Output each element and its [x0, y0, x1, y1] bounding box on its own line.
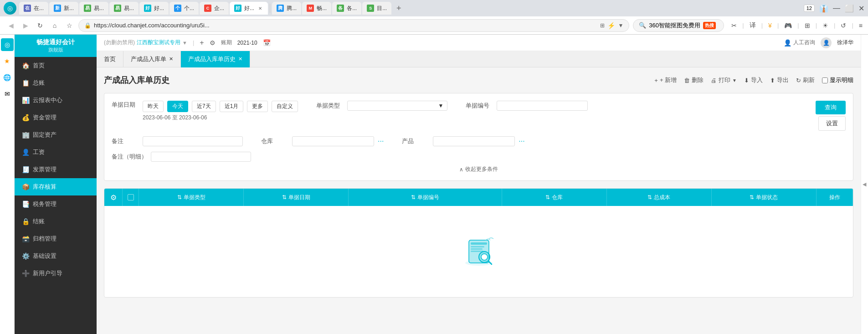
warehouse-dots[interactable]: ···: [378, 137, 384, 145]
remark-input[interactable]: [143, 136, 243, 146]
tab-8[interactable]: 好 好... ✕: [230, 2, 268, 15]
theme-icon[interactable]: ☀: [822, 22, 828, 29]
th-warehouse[interactable]: ⇅ 仓库: [502, 189, 607, 206]
export-button[interactable]: ⬆ 导出: [770, 76, 789, 84]
tab-9[interactable]: 腾 腾...: [272, 2, 301, 15]
url-text: https://cloud.chanjet.com/accounting/uru…: [94, 22, 597, 29]
setting-button[interactable]: 设置: [818, 116, 846, 131]
browser-logo: ◎: [4, 2, 16, 15]
product-dots[interactable]: ···: [519, 137, 524, 145]
refresh-button[interactable]: ↻ 刷新: [796, 76, 815, 84]
tab-11[interactable]: 各 各...: [332, 2, 361, 15]
date-btn-7days[interactable]: 近7天: [192, 101, 216, 112]
th-date[interactable]: ⇅ 单据日期: [244, 189, 349, 206]
scissors-icon[interactable]: ✂: [731, 22, 737, 29]
close-window-button[interactable]: ✕: [858, 4, 864, 13]
page-tab-list[interactable]: 产成品入库单 ✕: [123, 51, 181, 67]
sidebar-item-salary[interactable]: 👤 工资: [15, 144, 97, 161]
tab-12[interactable]: S 目...: [362, 2, 391, 15]
query-button[interactable]: 查询: [816, 101, 846, 114]
tab-5[interactable]: 好 好...: [139, 2, 169, 15]
app-icon-4[interactable]: ✉: [1, 87, 14, 100]
tab-8-close[interactable]: ✕: [257, 5, 263, 11]
app-icon-2[interactable]: ★: [1, 55, 14, 67]
th-checkbox[interactable]: [123, 189, 139, 206]
service-button[interactable]: 👤 人工咨询: [784, 39, 815, 46]
page-tab-history-close[interactable]: ✕: [238, 56, 242, 62]
warehouse-input[interactable]: [292, 136, 374, 146]
add-button[interactable]: + + 新增: [654, 76, 677, 84]
sidebar-item-inventory[interactable]: 📦 库存核算: [15, 178, 97, 195]
url-bar[interactable]: 🔒 https://cloud.chanjet.com/accounting/u…: [78, 19, 629, 32]
settings-gear-icon[interactable]: ⚙: [210, 39, 216, 46]
detail-remark-input[interactable]: [151, 152, 251, 162]
add-tab-button[interactable]: +: [392, 2, 405, 15]
page-tab-history[interactable]: 产成品入库单历史 ✕: [181, 51, 250, 67]
refresh-icon: ↻: [796, 77, 801, 84]
sidebar-item-close[interactable]: 🔒 结账: [15, 213, 97, 230]
date-btn-1month[interactable]: 近1月: [220, 101, 244, 112]
number-input[interactable]: [497, 101, 588, 111]
company-select[interactable]: (勿删勿禁用) 江西酿宝测试专用 ▼: [104, 39, 187, 46]
add-company-icon[interactable]: +: [200, 39, 204, 47]
sidebar-item-home[interactable]: 🏠 首页: [15, 57, 97, 74]
th-status[interactable]: ⇅ 单据状态: [712, 189, 817, 206]
game-icon[interactable]: 🎮: [784, 22, 792, 29]
sidebar-item-invoice[interactable]: 🧾 发票管理: [15, 161, 97, 178]
tab-2[interactable]: 新 新...: [49, 2, 78, 15]
tab-3[interactable]: 易 易...: [79, 2, 108, 15]
menu-icon[interactable]: ≡: [859, 22, 863, 29]
sidebar-item-settings[interactable]: ⚙️ 基础设置: [15, 247, 97, 265]
th-number[interactable]: ⇅ 单据编号: [349, 189, 502, 206]
sidebar-item-tax[interactable]: 📑 税务管理: [15, 195, 97, 213]
th-cost[interactable]: ⇅ 总成本: [607, 189, 712, 206]
tab-1[interactable]: 在 在...: [19, 2, 48, 15]
back-button[interactable]: ◀: [5, 20, 16, 31]
home-browser-button[interactable]: ⌂: [49, 20, 60, 31]
th-type[interactable]: ⇅ 单据类型: [139, 189, 244, 206]
hot-badge: 热搜: [703, 22, 716, 29]
yuan-icon[interactable]: ¥: [768, 22, 772, 29]
sidebar-item-ledger[interactable]: 📋 总账: [15, 74, 97, 92]
minimize-button[interactable]: —: [833, 4, 840, 12]
app-icon-1[interactable]: ◎: [1, 38, 14, 51]
sidebar-item-report[interactable]: 📊 云报表中心: [15, 92, 97, 109]
calendar-icon[interactable]: 📅: [263, 39, 271, 46]
tab-4[interactable]: 易 易...: [109, 2, 139, 15]
translate-icon[interactable]: 译: [750, 21, 756, 30]
tab-6[interactable]: 个 个...: [169, 2, 199, 15]
toolbar: + + 新增 🗑 删除 🖨 打印 ▼ ⬇: [654, 76, 853, 84]
sidebar-item-invoice-label: 发票管理: [33, 165, 56, 174]
type-select[interactable]: ▼: [347, 101, 447, 111]
grid-icon[interactable]: ⊞: [805, 22, 810, 29]
sidebar-item-new[interactable]: ➕ 新用户引导: [15, 265, 97, 282]
sidebar-item-fund[interactable]: 💰 资金管理: [15, 109, 97, 126]
sidebar-item-asset[interactable]: 🏢 固定资产: [15, 126, 97, 144]
page-tab-home[interactable]: 首页: [97, 51, 123, 67]
app-icon-3[interactable]: 🌐: [1, 71, 14, 84]
tab-10[interactable]: M 畅...: [302, 2, 331, 15]
maximize-button[interactable]: ⬜: [845, 4, 854, 13]
tab-7[interactable]: C 企...: [200, 2, 229, 15]
date-btn-more[interactable]: 更多: [247, 101, 268, 112]
search-box[interactable]: 🔍 360智能抠图免费用 热搜: [633, 19, 724, 32]
bookmark-button[interactable]: ☆: [64, 20, 75, 31]
delete-button[interactable]: 🗑 删除: [684, 76, 704, 84]
sidebar-item-archive[interactable]: 🗃️ 归档管理: [15, 230, 97, 247]
page-tab-list-close[interactable]: ✕: [169, 56, 173, 62]
select-all-checkbox[interactable]: [128, 194, 134, 200]
date-btn-today[interactable]: 今天: [167, 101, 188, 112]
refresh-browser-button[interactable]: ↻: [35, 20, 46, 31]
date-btn-custom[interactable]: 自定义: [272, 101, 298, 112]
display-checkbox[interactable]: [822, 77, 828, 83]
product-input[interactable]: [433, 136, 515, 146]
side-panel[interactable]: ◀: [861, 35, 868, 334]
th-settings[interactable]: ⚙: [104, 189, 123, 206]
undo-icon[interactable]: ↺: [841, 22, 846, 29]
sidebar-item-tax-label: 税务管理: [33, 200, 56, 208]
collapse-button[interactable]: ∧ 收起更多条件: [112, 165, 846, 173]
print-button[interactable]: 🖨 打印 ▼: [711, 76, 737, 84]
forward-button[interactable]: ▶: [20, 20, 31, 31]
import-button[interactable]: ⬇ 导入: [744, 76, 763, 84]
date-btn-yesterday[interactable]: 昨天: [143, 101, 164, 112]
